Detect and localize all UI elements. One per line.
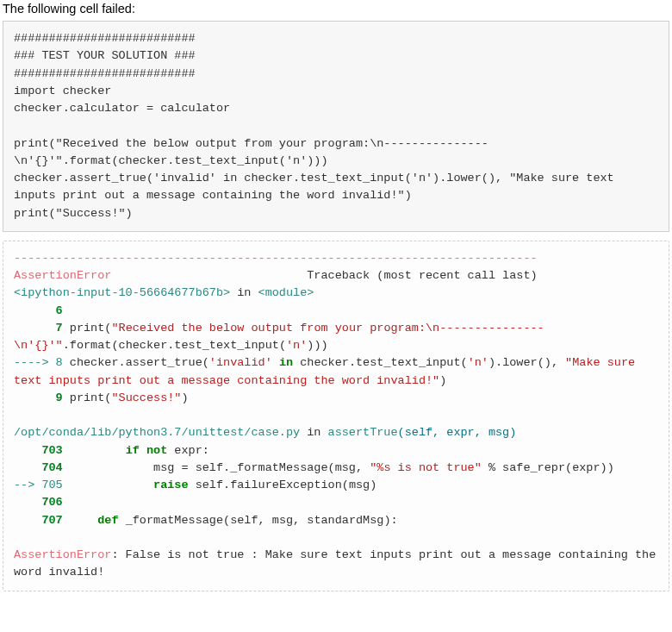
l703-3: expr: <box>167 444 209 457</box>
failed-cell-code: ########################## ### TEST YOUR… <box>3 21 669 232</box>
line-703-num: 703 <box>14 444 63 457</box>
line-6-num: 6 <box>14 304 63 317</box>
l706 <box>63 496 70 509</box>
l8-n: 'n' <box>468 356 488 369</box>
line-704-num: 704 <box>14 461 63 474</box>
l8-p5: ) <box>439 374 446 387</box>
l8-comma: , <box>551 356 565 369</box>
l8-p4: () <box>538 356 551 369</box>
l8-b: checker.test_text_input <box>300 356 460 369</box>
l8-p3: ) <box>488 356 495 369</box>
l703-2 <box>140 444 146 457</box>
l9-print: print <box>63 391 105 404</box>
l8-lower: .lower <box>495 356 538 369</box>
l8-in: in <box>272 356 300 369</box>
l707-1 <box>63 514 98 527</box>
l7-close: ))) <box>307 339 327 352</box>
error-name: AssertionError <box>14 269 111 282</box>
l7-print: print <box>63 322 105 335</box>
l8-a: checker.assert_true <box>63 356 202 369</box>
in-word: in <box>230 286 258 299</box>
l705-1 <box>63 479 153 491</box>
dash-line: ----------------------------------------… <box>14 252 538 265</box>
line-707-num: 707 <box>14 514 63 527</box>
l703-not: not <box>146 444 167 457</box>
frame2-file: /opt/conda/lib/python3.7/unittest/case.p… <box>14 426 300 439</box>
line-8-arrow: ----> 8 <box>14 356 63 369</box>
l704-str: "%s is not true" <box>370 461 482 474</box>
l8-p1: ( <box>202 356 209 369</box>
final-error-name: AssertionError <box>14 548 111 561</box>
traceback-output: ----------------------------------------… <box>3 241 669 591</box>
line-706-num: 706 <box>14 496 63 509</box>
l705-raise: raise <box>153 479 189 491</box>
line-7-num: 7 <box>14 322 63 335</box>
frame2-in: in <box>300 426 327 439</box>
final-error-msg: : False is not true : Make sure text inp… <box>14 548 663 579</box>
l8-p2: ( <box>461 356 468 369</box>
line-705-arrow: --> 705 <box>14 479 63 491</box>
frame1-file: <ipython-input-10-56664677b67b> <box>14 286 230 299</box>
l704-1: msg = self._formatMessage(msg, <box>63 461 370 474</box>
error-heading: The following cell failed: <box>0 0 672 21</box>
frame2-func: assertTrue <box>328 426 398 439</box>
traceback-header-spacer <box>111 269 307 282</box>
l707-2: _formatMessage(self, msg, standardMsg): <box>119 514 398 527</box>
l8-inv: 'invalid' <box>209 356 272 369</box>
traceback-header: Traceback (most recent call last) <box>307 269 537 282</box>
frame1-module: <module> <box>258 286 314 299</box>
l707-def: def <box>97 514 118 527</box>
l7-chk: checker.test_text_input <box>119 339 279 352</box>
l7-format: .format <box>63 339 112 352</box>
l9-p2: ) <box>181 391 188 404</box>
l9-s: "Success!" <box>111 391 181 404</box>
frame2-args: (self, expr, msg) <box>398 426 517 439</box>
l7-p3: ( <box>279 339 286 352</box>
l703-1 <box>63 444 126 457</box>
l7-p2: ( <box>111 339 118 352</box>
l705-2: self.failureException(msg) <box>189 479 377 491</box>
l703-if: if <box>126 444 140 457</box>
l704-2: % safe_repr(expr)) <box>482 461 614 474</box>
line-9-num: 9 <box>14 391 63 404</box>
l7-arg: 'n' <box>286 339 307 352</box>
line-6 <box>63 304 70 317</box>
